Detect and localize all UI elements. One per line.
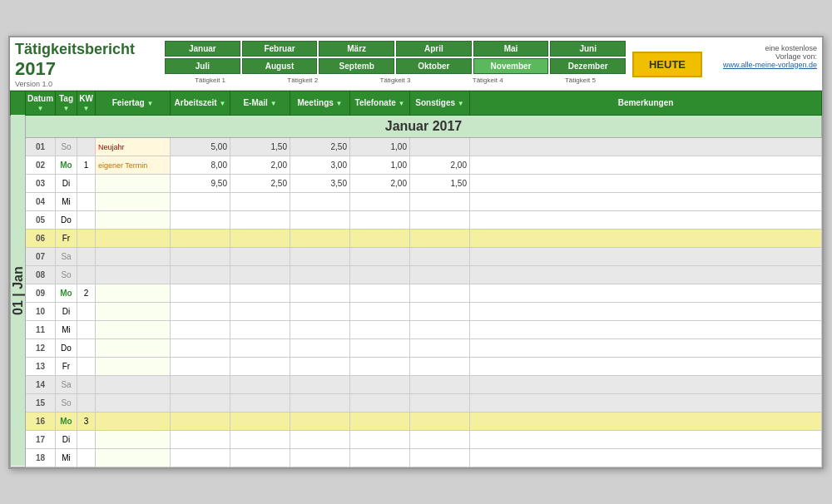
cell-meetings[interactable] — [290, 430, 350, 448]
cell-bemerkungen[interactable] — [470, 375, 822, 393]
month-august[interactable]: August — [242, 58, 318, 74]
cell-email[interactable]: 2,00 — [230, 156, 290, 174]
info-link[interactable]: www.alle-meine-vorlagen.de — [723, 61, 817, 69]
cell-bemerkungen[interactable] — [470, 210, 822, 229]
cell-tel[interactable]: 1,00 — [350, 137, 410, 156]
month-dezember[interactable]: Dezember — [550, 58, 626, 74]
cell-email[interactable]: 2,50 — [230, 174, 290, 192]
month-juli[interactable]: Juli — [165, 58, 240, 74]
cell-meetings[interactable] — [290, 448, 350, 467]
cell-az[interactable] — [171, 284, 230, 302]
cell-feiertag[interactable] — [96, 284, 171, 302]
cell-bemerkungen[interactable] — [470, 412, 822, 430]
cell-feiertag[interactable]: eigener Termin — [96, 156, 171, 174]
cell-az[interactable] — [171, 320, 230, 338]
cell-feiertag[interactable] — [96, 393, 171, 412]
cell-bemerkungen[interactable] — [470, 284, 822, 302]
cell-email[interactable] — [230, 247, 290, 265]
cell-sonst[interactable] — [410, 393, 470, 412]
cell-sonst[interactable] — [410, 137, 470, 156]
cell-meetings[interactable] — [290, 210, 350, 229]
cell-bemerkungen[interactable] — [470, 448, 822, 467]
month-januar[interactable]: Januar — [165, 41, 240, 57]
cell-az[interactable] — [171, 247, 230, 265]
cell-bemerkungen[interactable] — [470, 357, 822, 375]
cell-tel[interactable] — [350, 375, 410, 393]
cell-tel[interactable] — [350, 320, 410, 338]
cell-tel[interactable] — [350, 302, 410, 320]
cell-sonst[interactable]: 1,50 — [410, 174, 470, 192]
cell-sonst[interactable] — [410, 210, 470, 229]
cell-az[interactable] — [171, 393, 230, 412]
cell-sonst[interactable] — [410, 375, 470, 393]
cell-email[interactable] — [230, 375, 290, 393]
cell-az[interactable]: 5,00 — [171, 137, 230, 156]
cell-tel[interactable] — [350, 229, 410, 247]
col-datum[interactable]: Datum ▼ — [26, 91, 56, 115]
cell-feiertag[interactable] — [96, 210, 171, 229]
cell-bemerkungen[interactable] — [470, 338, 822, 357]
cell-tel[interactable] — [350, 338, 410, 357]
cell-az[interactable] — [171, 338, 230, 357]
cell-sonst[interactable] — [410, 247, 470, 265]
cell-bemerkungen[interactable] — [470, 156, 822, 174]
col-telefonate[interactable]: Telefonate ▼ — [350, 91, 410, 115]
cell-az[interactable] — [171, 375, 230, 393]
cell-tel[interactable] — [350, 430, 410, 448]
cell-bemerkungen[interactable] — [470, 229, 822, 247]
month-april[interactable]: April — [396, 41, 472, 57]
cell-meetings[interactable] — [290, 412, 350, 430]
cell-meetings[interactable] — [290, 393, 350, 412]
cell-email[interactable] — [230, 338, 290, 357]
cell-email[interactable] — [230, 192, 290, 210]
col-sonstiges[interactable]: Sonstiges ▼ — [410, 91, 470, 115]
cell-az[interactable]: 9,50 — [171, 174, 230, 192]
month-maerz[interactable]: März — [319, 41, 394, 57]
cell-meetings[interactable] — [290, 375, 350, 393]
cell-az[interactable] — [171, 357, 230, 375]
cell-feiertag[interactable] — [96, 412, 171, 430]
cell-tel[interactable]: 1,00 — [350, 156, 410, 174]
cell-meetings[interactable] — [290, 320, 350, 338]
col-arbeitszeit[interactable]: Arbeitszeit ▼ — [171, 91, 230, 115]
cell-az[interactable] — [171, 192, 230, 210]
cell-az[interactable]: 8,00 — [171, 156, 230, 174]
cell-email[interactable] — [230, 265, 290, 284]
cell-az[interactable] — [171, 448, 230, 467]
month-november[interactable]: November — [473, 58, 549, 74]
cell-tel[interactable] — [350, 412, 410, 430]
cell-tel[interactable] — [350, 265, 410, 284]
cell-feiertag[interactable] — [96, 338, 171, 357]
cell-feiertag[interactable] — [96, 192, 171, 210]
col-tag[interactable]: Tag ▼ — [56, 91, 77, 115]
cell-sonst[interactable] — [410, 320, 470, 338]
cell-feiertag[interactable] — [96, 320, 171, 338]
cell-az[interactable] — [171, 412, 230, 430]
cell-meetings[interactable]: 3,50 — [290, 174, 350, 192]
cell-sonst[interactable] — [410, 302, 470, 320]
cell-tel[interactable] — [350, 448, 410, 467]
cell-az[interactable] — [171, 229, 230, 247]
cell-bemerkungen[interactable] — [470, 302, 822, 320]
month-februar[interactable]: Februar — [242, 41, 318, 57]
col-kw[interactable]: KW ▼ — [77, 91, 96, 115]
cell-feiertag[interactable] — [96, 302, 171, 320]
cell-meetings[interactable] — [290, 284, 350, 302]
cell-tel[interactable] — [350, 284, 410, 302]
cell-email[interactable]: 1,50 — [230, 137, 290, 156]
cell-meetings[interactable]: 3,00 — [290, 156, 350, 174]
col-email[interactable]: E-Mail ▼ — [230, 91, 290, 115]
cell-sonst[interactable] — [410, 192, 470, 210]
cell-sonst[interactable] — [410, 229, 470, 247]
cell-feiertag[interactable] — [96, 229, 171, 247]
cell-az[interactable] — [171, 302, 230, 320]
cell-az[interactable] — [171, 430, 230, 448]
cell-feiertag[interactable] — [96, 174, 171, 192]
cell-email[interactable] — [230, 448, 290, 467]
cell-sonst[interactable] — [410, 448, 470, 467]
cell-meetings[interactable] — [290, 192, 350, 210]
cell-meetings[interactable] — [290, 338, 350, 357]
cell-meetings[interactable] — [290, 247, 350, 265]
cell-email[interactable] — [230, 229, 290, 247]
cell-feiertag[interactable] — [96, 448, 171, 467]
